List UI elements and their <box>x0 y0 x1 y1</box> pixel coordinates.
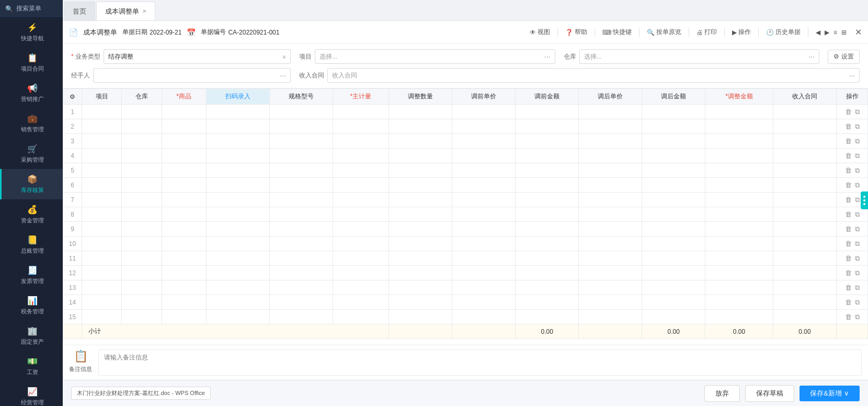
cell-r6-c4[interactable] <box>206 178 269 193</box>
cell-r15-c8[interactable] <box>452 310 516 324</box>
cell-r7-c8[interactable] <box>452 193 516 207</box>
cell-r15-c7[interactable] <box>389 310 452 324</box>
sidebar-item-purchase-mgmt[interactable]: 🛒 采购管理 <box>0 139 63 169</box>
cell-r11-c1[interactable] <box>82 251 122 266</box>
cell-r10-c5[interactable] <box>269 236 333 251</box>
cell-r15-c9[interactable] <box>516 310 579 324</box>
cell-r15-c11[interactable] <box>642 310 705 324</box>
delete-icon-r13[interactable]: 🗑 <box>845 284 852 292</box>
cell-r12-c1[interactable] <box>82 266 122 280</box>
cell-r6-c2[interactable] <box>122 178 162 193</box>
cell-r7-c4[interactable] <box>206 193 269 207</box>
cell-r1-c13[interactable] <box>773 105 836 119</box>
cell-r3-c6[interactable] <box>333 134 389 149</box>
cell-r2-c10[interactable] <box>579 119 642 134</box>
cell-r6-c3[interactable] <box>162 178 206 193</box>
delete-icon-r1[interactable]: 🗑 <box>845 108 852 116</box>
cell-r9-c8[interactable] <box>452 222 516 236</box>
cell-r13-c9[interactable] <box>516 280 579 295</box>
nav-prev-btn[interactable]: ◀ <box>816 29 820 36</box>
delete-icon-r15[interactable]: 🗑 <box>845 313 852 321</box>
cell-r7-c13[interactable] <box>773 193 836 207</box>
right-edge-handle[interactable] <box>861 191 868 209</box>
cell-r14-c9[interactable] <box>516 295 579 310</box>
cell-r4-c6[interactable] <box>333 149 389 163</box>
cell-r14-c10[interactable] <box>579 295 642 310</box>
cell-r4-c5[interactable] <box>269 149 333 163</box>
cell-r7-c1[interactable] <box>82 193 122 207</box>
cell-r9-c3[interactable] <box>162 222 206 236</box>
cell-r14-c13[interactable] <box>773 295 836 310</box>
help-btn[interactable]: ❓ 帮助 <box>565 28 587 37</box>
cell-r3-c2[interactable] <box>122 134 162 149</box>
cell-r1-c5[interactable] <box>269 105 333 119</box>
cell-r3-c10[interactable] <box>579 134 642 149</box>
cell-r6-c1[interactable] <box>82 178 122 193</box>
cell-r4-c3[interactable] <box>162 149 206 163</box>
cell-r4-c4[interactable] <box>206 149 269 163</box>
cell-r15-c3[interactable] <box>162 310 206 324</box>
cell-r14-c2[interactable] <box>122 295 162 310</box>
cell-r12-c9[interactable] <box>516 266 579 280</box>
cell-r13-c11[interactable] <box>642 280 705 295</box>
cell-r5-c11[interactable] <box>642 163 705 178</box>
cell-r11-c5[interactable] <box>269 251 333 266</box>
delete-icon-r2[interactable]: 🗑 <box>845 122 852 131</box>
cell-r2-c4[interactable] <box>206 119 269 134</box>
cell-r4-c1[interactable] <box>82 149 122 163</box>
cell-r2-c5[interactable] <box>269 119 333 134</box>
cell-r8-c4[interactable] <box>206 207 269 222</box>
cell-r12-c7[interactable] <box>389 266 452 280</box>
sidebar-item-sales-mgmt[interactable]: 💼 销售管理 <box>0 108 63 139</box>
cell-r5-c3[interactable] <box>162 163 206 178</box>
sidebar-item-ops-mgmt[interactable]: 📈 经营管理 <box>0 381 63 406</box>
cell-r14-c5[interactable] <box>269 295 333 310</box>
copy-icon-r2[interactable]: ⧉ <box>855 122 860 131</box>
cell-r13-c12[interactable] <box>705 280 773 295</box>
copy-icon-r8[interactable]: ⧉ <box>855 210 860 219</box>
sidebar-item-ledger[interactable]: 📒 总账管理 <box>0 230 63 260</box>
cell-r4-c7[interactable] <box>389 149 452 163</box>
cell-r11-c13[interactable] <box>773 251 836 266</box>
notes-input[interactable] <box>98 349 862 376</box>
print-btn[interactable]: 🖨 打印 <box>696 28 717 37</box>
cell-r15-c13[interactable] <box>773 310 836 324</box>
cell-r13-c7[interactable] <box>389 280 452 295</box>
copy-icon-r1[interactable]: ⧉ <box>855 108 860 116</box>
cell-r8-c1[interactable] <box>82 207 122 222</box>
cell-r6-c11[interactable] <box>642 178 705 193</box>
income-contract-input[interactable]: 收入合同 ··· <box>327 68 860 83</box>
cell-r9-c6[interactable] <box>333 222 389 236</box>
copy-icon-r9[interactable]: ⧉ <box>855 225 860 233</box>
cell-r8-c10[interactable] <box>579 207 642 222</box>
cell-r6-c8[interactable] <box>452 178 516 193</box>
cell-r1-c9[interactable] <box>516 105 579 119</box>
cell-r3-c12[interactable] <box>705 134 773 149</box>
sidebar-item-quick-nav[interactable]: ⚡ 快捷导航 <box>0 17 63 48</box>
cell-r12-c5[interactable] <box>269 266 333 280</box>
cell-r13-c8[interactable] <box>452 280 516 295</box>
cell-r4-c10[interactable] <box>579 149 642 163</box>
cell-r15-c4[interactable] <box>206 310 269 324</box>
cell-r6-c7[interactable] <box>389 178 452 193</box>
cell-r1-c10[interactable] <box>579 105 642 119</box>
cell-r13-c4[interactable] <box>206 280 269 295</box>
cell-r10-c3[interactable] <box>162 236 206 251</box>
cell-r11-c10[interactable] <box>579 251 642 266</box>
cell-r5-c6[interactable] <box>333 163 389 178</box>
delete-icon-r4[interactable]: 🗑 <box>845 152 852 160</box>
close-btn[interactable]: ✕ <box>855 27 862 37</box>
delete-icon-r9[interactable]: 🗑 <box>845 225 852 233</box>
cell-r12-c10[interactable] <box>579 266 642 280</box>
tab-cost-adjust[interactable]: 成本调整单 ✕ <box>96 2 155 20</box>
taskbar-item[interactable]: 木门行业好业财处理方案-墓红红.doc - WPS Office <box>71 387 211 400</box>
cell-r1-c8[interactable] <box>452 105 516 119</box>
cell-r9-c5[interactable] <box>269 222 333 236</box>
list-view-btn[interactable]: ≡ <box>833 29 837 36</box>
cell-r3-c13[interactable] <box>773 134 836 149</box>
delete-icon-r5[interactable]: 🗑 <box>845 166 852 175</box>
cell-r5-c8[interactable] <box>452 163 516 178</box>
cell-r10-c11[interactable] <box>642 236 705 251</box>
delete-icon-r12[interactable]: 🗑 <box>845 269 852 277</box>
col-settings[interactable]: ⚙ <box>63 89 82 105</box>
